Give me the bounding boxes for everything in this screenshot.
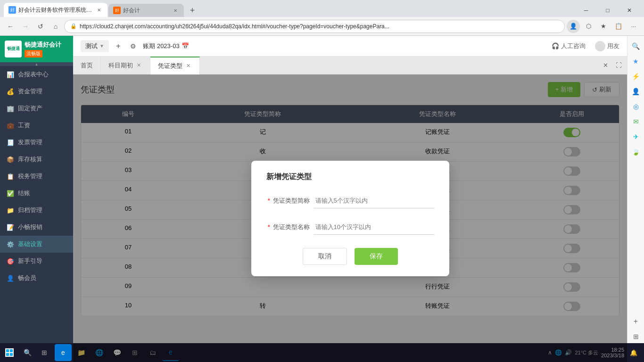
right-lightning-icon[interactable]: ⚡ <box>629 70 643 83</box>
abbr-input[interactable] <box>314 193 434 208</box>
nav-forward[interactable]: → <box>19 20 32 33</box>
required-star-2: * <box>268 223 270 230</box>
sidebar-item-archive[interactable]: 📁 归档管理 <box>0 202 73 219</box>
profile-icon[interactable]: 👤 <box>567 20 580 33</box>
sidebar-item-dashboard[interactable]: 📊 会报表中心 <box>0 66 73 83</box>
browser-tab-2[interactable]: 好 好会计 ✕ <box>108 4 184 17</box>
invoice-label: 发票管理 <box>18 138 42 147</box>
name-label: * 凭证类型名称 <box>266 223 314 231</box>
logo-text-area: 畅捷通好会计 流畅版 <box>25 41 61 58</box>
sidebar-item-stock[interactable]: 📦 库存核算 <box>0 151 73 168</box>
user-account[interactable]: 用友 <box>595 41 619 51</box>
app-body: 畅捷通 畅捷通好会计 流畅版 ▲ 📊 会报表中心 💰 资金管理 <box>0 36 644 362</box>
address-input[interactable]: 🔒 https://cloud2.chanjet.com/accounting/… <box>64 20 565 33</box>
right-star-icon[interactable]: ★ <box>629 55 643 68</box>
right-leaf-icon[interactable]: 🍃 <box>629 145 643 158</box>
right-mail-icon[interactable]: ✉ <box>629 115 643 128</box>
salary-label: 工资 <box>18 121 30 130</box>
nav-home[interactable]: ⌂ <box>49 20 62 33</box>
page-content: 凭证类型 + 新增 ↺ 刷新 编号 凭证类型简称 凭证类型名称 <box>73 74 627 362</box>
calendar-icon[interactable]: 📅 <box>182 42 189 49</box>
sidebar-item-tax[interactable]: 📋 税务管理 <box>0 168 73 185</box>
name-input[interactable] <box>314 220 434 235</box>
more-icon[interactable]: ··· <box>627 20 640 33</box>
service-btn[interactable]: 🎧 人工咨询 <box>552 42 586 50</box>
right-sidebar: 🔍 ★ ⚡ 👤 ◎ ✉ ✈ 🍃 + ⊞ ⚙ <box>627 36 644 362</box>
capital-label: 资金管理 <box>18 87 42 96</box>
add-company-btn[interactable]: + <box>113 41 124 52</box>
archive-label: 归档管理 <box>18 206 42 214</box>
collections-icon[interactable]: 📋 <box>612 20 625 33</box>
settings-btn[interactable]: ⚙ <box>128 41 139 52</box>
window-close[interactable]: ✕ <box>619 4 640 17</box>
sidebar-item-settings[interactable]: ⚙️ 基础设置 <box>0 236 73 253</box>
tab-subject-close[interactable]: ✕ <box>135 62 142 69</box>
tab-voucher-label: 凭证类型 <box>158 62 182 70</box>
favorites-icon[interactable]: ★ <box>597 20 610 33</box>
period-info: 账期 2023-03 📅 <box>143 42 189 50</box>
archive-icon: 📁 <box>7 207 14 214</box>
url-text: https://cloud2.chanjet.com/accounting/uh… <box>80 23 389 30</box>
right-search-icon[interactable]: 🔍 <box>629 40 643 53</box>
right-plane-icon[interactable]: ✈ <box>629 130 643 143</box>
address-bar: ← → ↺ ⌂ 🔒 https://cloud2.chanjet.com/acc… <box>0 17 644 36</box>
company-selector[interactable]: 测试 ▼ <box>81 40 109 52</box>
scroll-indicator: ▲ <box>0 62 73 66</box>
taskbar-edge-btn[interactable]: e <box>55 344 72 361</box>
tab-minimize-btn[interactable]: ✕ <box>599 59 612 72</box>
tab-expand-btn[interactable]: ⛶ <box>612 59 625 72</box>
tab2-close[interactable]: ✕ <box>172 7 179 14</box>
sidebar-item-fixed[interactable]: 🏢 固定资产 <box>0 100 73 117</box>
new-tab-btn[interactable]: + <box>186 4 199 17</box>
sidebar-item-salary[interactable]: 💼 工资 <box>0 117 73 134</box>
sidebar-item-guide[interactable]: 🎯 新手引导 <box>0 253 73 270</box>
guide-icon: 🎯 <box>7 258 14 265</box>
sidebar-item-capital[interactable]: 💰 资金管理 <box>0 83 73 100</box>
notification-btn[interactable]: 🔔 <box>627 346 640 359</box>
window-minimize[interactable]: ─ <box>575 4 597 17</box>
modal-actions: 取消 保存 <box>266 248 434 265</box>
headset-icon: 🎧 <box>552 42 559 49</box>
tab-voucher-close[interactable]: ✕ <box>184 62 192 70</box>
tab1-close[interactable]: ✕ <box>95 6 103 14</box>
sidebar-item-member[interactable]: 👤 畅会员 <box>0 270 73 287</box>
salary-icon: 💼 <box>7 122 14 129</box>
right-plus-icon[interactable]: + <box>629 315 643 328</box>
browser-tab-1[interactable]: 好 好会计云财务软件管理系统_会计 ✕ <box>4 3 107 17</box>
tab1-favicon: 好 <box>8 6 16 14</box>
page-tabs: 首页 科目期初 ✕ 凭证类型 ✕ ✕ ⛶ <box>73 57 627 74</box>
tab-subject[interactable]: 科目期初 ✕ <box>101 57 150 74</box>
sidebar-item-settle[interactable]: ✅ 结账 <box>0 185 73 202</box>
settle-label: 结账 <box>18 189 30 197</box>
start-btn[interactable] <box>0 343 19 362</box>
cancel-button[interactable]: 取消 <box>303 248 347 265</box>
member-label: 畅会员 <box>18 274 36 282</box>
report-label: 小畅报销 <box>18 223 42 231</box>
sidebar-item-report[interactable]: 📝 小畅报销 <box>0 219 73 236</box>
taskbar-task-btn[interactable]: ⊞ <box>36 344 53 361</box>
user-name: 用友 <box>607 42 619 50</box>
tab-bar: 好 好会计云财务软件管理系统_会计 ✕ 好 好会计 ✕ + ─ □ ✕ <box>0 0 644 17</box>
nav-back[interactable]: ← <box>4 20 17 33</box>
right-grid-icon[interactable]: ⊞ <box>629 330 643 343</box>
form-row-abbr: * 凭证类型简称 <box>266 193 434 208</box>
fixed-icon: 🏢 <box>7 105 14 112</box>
tab-voucher[interactable]: 凭证类型 ✕ <box>150 57 200 74</box>
taskbar-search-btn[interactable]: 🔍 <box>19 344 36 361</box>
modal: 新增凭证类型 * 凭证类型简称 * 凭证类型名称 <box>251 161 449 276</box>
nav-reload[interactable]: ↺ <box>34 20 47 33</box>
right-user-icon[interactable]: 👤 <box>629 85 643 98</box>
stock-icon: 📦 <box>7 156 14 163</box>
save-button[interactable]: 保存 <box>355 248 398 265</box>
tab-subject-label: 科目期初 <box>108 61 133 70</box>
dashboard-label: 会报表中心 <box>18 70 49 79</box>
sidebar-item-invoice[interactable]: 🧾 发票管理 <box>0 134 73 151</box>
sidebar-logo: 畅捷通 畅捷通好会计 流畅版 <box>0 36 73 62</box>
window-maximize[interactable]: □ <box>597 4 619 17</box>
dashboard-icon: 📊 <box>7 71 14 78</box>
tab-home[interactable]: 首页 <box>73 57 101 74</box>
stock-label: 库存核算 <box>18 155 42 164</box>
extensions-icon[interactable]: ⬡ <box>582 20 595 33</box>
right-circle-icon[interactable]: ◎ <box>629 100 643 113</box>
period-value: 2023-03 <box>157 42 180 49</box>
